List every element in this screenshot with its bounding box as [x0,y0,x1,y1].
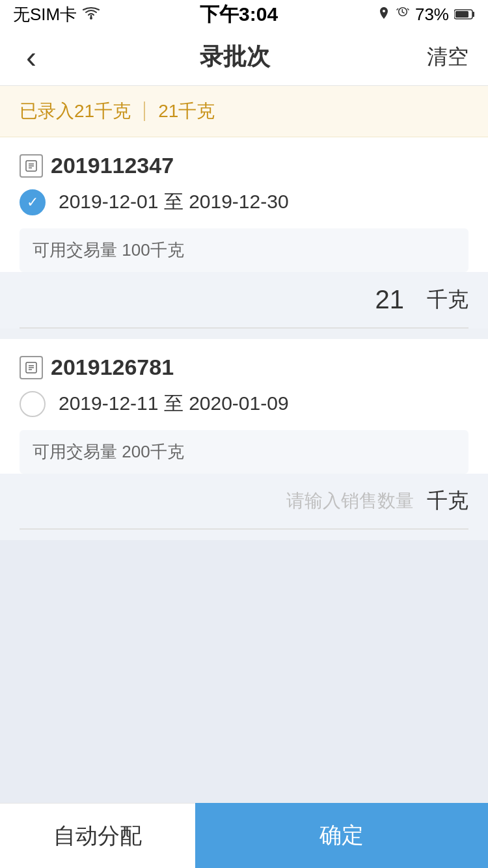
batch-2-radio[interactable] [20,391,46,417]
batch-1-date: 2019-12-01 至 2019-12-30 [59,189,289,215]
batch-1-id: 2019112347 [51,153,174,178]
bottom-bar: 自动分配 确定 [0,803,488,868]
batch-id-icon-2 [20,356,43,379]
status-bar: 无SIM卡 下午3:04 73% [0,0,488,29]
svg-rect-3 [455,11,468,18]
banner-divider [144,102,145,121]
wifi-icon [82,5,100,25]
status-left: 无SIM卡 [13,3,100,26]
svg-rect-2 [472,12,474,17]
batch-1-date-row: ✓ 2019-12-01 至 2019-12-30 [20,189,468,215]
radio-check-icon: ✓ [27,195,38,210]
batch-2-divider [20,528,468,530]
batch-1-unit: 千克 [427,286,468,314]
confirm-button[interactable]: 确定 [195,803,488,868]
location-icon [377,5,390,25]
battery-icon [454,5,475,25]
section-divider [0,329,488,339]
batch-2-date: 2019-12-11 至 2020-01-09 [59,390,289,417]
info-banner: 已录入21千克 21千克 [0,86,488,137]
batch-1-radio[interactable]: ✓ [20,189,46,215]
batch-2-avail: 可用交易量 200千克 [20,430,468,474]
svg-point-0 [90,17,92,20]
gray-area [0,540,488,803]
batch-1-quantity-input[interactable] [336,285,414,314]
alarm-icon [396,5,410,25]
batch-2-quantity-row: 请输入销售数量 千克 [0,474,488,528]
batch-item-2: 2019126781 2019-12-11 至 2020-01-09 可用交易量… [0,339,488,474]
batch-2-header: 2019126781 [20,355,468,380]
batch-1-header: 2019112347 [20,153,468,178]
batch-id-icon-1 [20,154,43,178]
time-display: 下午3:04 [200,1,278,28]
batch-item-1: 2019112347 ✓ 2019-12-01 至 2019-12-30 可用交… [0,137,488,272]
total-amount: 21千克 [158,99,215,124]
sim-text: 无SIM卡 [13,3,77,26]
batch-1-avail: 可用交易量 100千克 [20,228,468,272]
batch-2-id: 2019126781 [51,355,174,380]
page-title: 录批次 [200,41,270,73]
batch-2-placeholder: 请输入销售数量 [286,489,414,513]
batch-1-quantity-row: 千克 [0,272,488,327]
battery-text: 73% [415,5,449,25]
nav-bar: ‹ 录批次 清空 [0,29,488,86]
batch-2-date-row: 2019-12-11 至 2020-01-09 [20,390,468,417]
content-area: 已录入21千克 21千克 2019112347 ✓ 2019-12-01 至 2… [0,86,488,868]
batch-2-unit: 千克 [427,487,468,515]
back-button[interactable]: ‹ [20,35,43,79]
status-right: 73% [377,5,475,25]
auto-distribute-button[interactable]: 自动分配 [0,803,195,868]
clear-button[interactable]: 清空 [427,43,468,72]
recorded-amount: 已录入21千克 [20,99,131,124]
